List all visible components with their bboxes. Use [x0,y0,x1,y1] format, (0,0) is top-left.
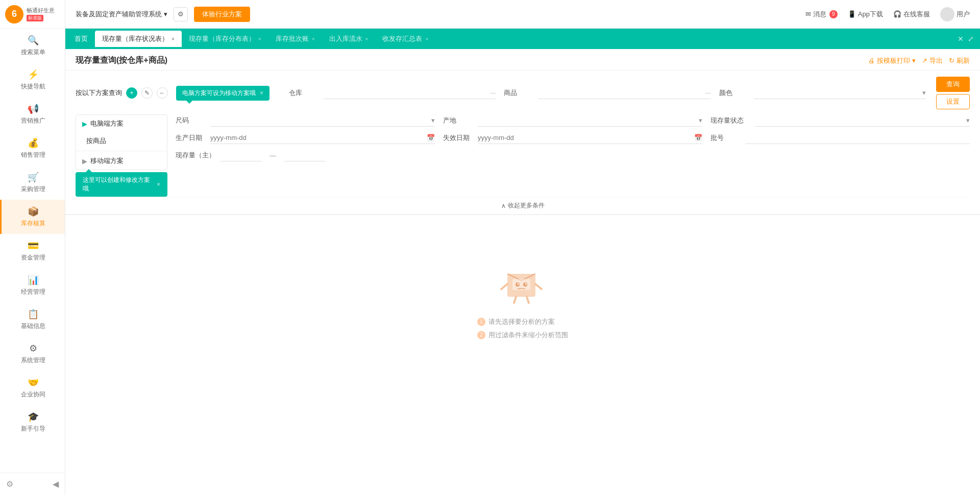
edit-scheme-button[interactable]: ✎ [141,87,153,99]
system-title-dropdown[interactable]: 装备及固定资产辅助管理系统 ▾ [76,10,167,19]
empty-hint-1: 1 请先选择要分析的方案 [477,315,568,328]
print-icon: 🖨 [868,57,875,64]
sidebar-item-guide[interactable]: 🎓 新手引导 [0,405,65,439]
sidebar-item-purchase[interactable]: 🛒 采购管理 [0,166,65,200]
origin-chevron-icon: ▾ [699,116,702,124]
export-button[interactable]: ↗ 导出 [922,56,943,65]
user-action[interactable]: 用户 [940,7,970,21]
tab-bar: 首页 现存量（库存状况表） × 现存量（库存分布表） × 库存批次账 × 出入库… [65,29,980,49]
collapse-sidebar-icon[interactable]: ◀ [53,479,59,489]
mobile-icon: 📱 [848,10,856,18]
refresh-icon: ↻ [949,57,954,64]
logo-icon: 6 [5,5,23,23]
page-header: 现存量查询(按仓库+商品) 🖨 按模板打印 ▾ ↗ 导出 ↻ 刷新 [65,49,980,70]
filter-stock-status-field: 现存量状态 ▾ [710,114,970,127]
reset-button[interactable]: 设置 [936,94,970,109]
app-download-action[interactable]: 📱 App下载 [848,10,883,19]
warehouse-select[interactable]: ··· [324,87,496,99]
card-icon: 💳 [28,240,39,251]
sidebar-item-inventory[interactable]: 📦 库存核算 [0,200,65,234]
prod-date-calendar-icon[interactable]: 📅 [427,134,435,142]
filter-batch-field: 批号 [710,132,970,144]
scheme-group-desktop[interactable]: ▶ 电脑端方案 [76,115,167,132]
tab-close-batch-account[interactable]: × [312,36,315,42]
top-header: 装备及固定资产辅助管理系统 ▾ ⚙ 体验行业方案 ✉ 消息 9 📱 App下载 … [65,0,980,29]
expand-arrow-icon: ▶ [82,120,87,128]
collapse-bar[interactable]: ∧ 收起更多条件 [76,197,970,214]
exp-date-wrapper[interactable]: 📅 [478,132,702,144]
message-action[interactable]: ✉ 消息 9 [805,10,838,19]
svg-point-4 [518,284,519,285]
sidebar-item-collab[interactable]: 🤝 企业协同 [0,371,65,405]
refresh-button[interactable]: ↻ 刷新 [949,56,970,65]
stock-main-to-input[interactable] [284,149,325,161]
warehouse-dots-icon[interactable]: ··· [491,89,496,97]
close-all-tabs-icon[interactable]: ✕ [958,35,964,43]
exp-date-input[interactable] [478,134,694,142]
chart-icon: 📊 [28,274,39,286]
prod-date-input[interactable] [210,134,427,142]
online-support-action[interactable]: 🎧 在线客服 [893,10,930,19]
main-content: 装备及固定资产辅助管理系统 ▾ ⚙ 体验行业方案 ✉ 消息 9 📱 App下载 … [65,0,980,495]
empty-state: 1 请先选择要分析的方案 2 用过滤条件来缩小分析范围 [65,215,980,383]
template-print-button[interactable]: 🖨 按模板打印 ▾ [868,56,916,65]
tooltip2-close-button[interactable]: × [157,181,160,188]
add-scheme-button[interactable]: + [126,87,137,99]
origin-select[interactable]: ▾ [478,114,702,127]
back-arrow-button[interactable]: ← [157,87,168,99]
header-right: ✉ 消息 9 📱 App下载 🎧 在线客服 用户 [805,7,970,21]
tab-receive-send[interactable]: 收发存汇总表 × [375,31,435,47]
sidebar-bottom: ⚙ ◀ [0,473,65,495]
sidebar-item-marketing[interactable]: 📢 营销推广 [0,97,65,131]
sidebar-item-sales[interactable]: 💰 销售管理 [0,131,65,166]
tab-inventory-status[interactable]: 现存量（库存状况表） × [95,31,182,47]
filter-warehouse-field: 仓库 ··· [289,87,496,99]
empty-hint-2: 2 用过滤条件来缩小分析范围 [477,328,568,342]
handshake-icon: 🤝 [28,377,39,388]
size-select[interactable]: ▾ [210,114,435,127]
tab-inventory-dist[interactable]: 现存量（库存分布表） × [182,31,268,47]
sidebar-item-finance[interactable]: 💳 资金管理 [0,234,65,268]
goods-select[interactable]: ··· [538,87,710,99]
stock-status-select[interactable]: ▾ [755,114,970,127]
logo-area: 6 畅通好生意 标准版 [0,0,65,29]
tab-close-inventory-dist[interactable]: × [258,36,261,42]
expand-icon[interactable]: ⤢ [968,35,974,43]
flash-icon: ⚡ [28,69,39,80]
search-button[interactable]: 查询 [936,77,970,92]
sidebar-item-operations[interactable]: 📊 经营管理 [0,268,65,302]
batch-input[interactable] [745,132,970,144]
scheme-group-mobile[interactable]: ▶ 移动端方案 [76,152,167,170]
tab-inout-flow[interactable]: 出入库流水 × [322,31,376,47]
exp-date-calendar-icon[interactable]: 📅 [694,134,702,142]
tab-close-inout-flow[interactable]: × [365,36,369,42]
sidebar-item-quick[interactable]: ⚡ 快捷导航 [0,63,65,97]
size-chevron-icon: ▾ [431,116,435,124]
empty-illustration [497,256,548,307]
trial-button[interactable]: 体验行业方案 [194,7,250,22]
gear-icon: ⚙ [29,343,37,354]
settings-bottom-icon[interactable]: ⚙ [6,479,13,489]
megaphone-icon: 📢 [28,103,39,114]
prod-date-wrapper[interactable]: 📅 [210,132,435,144]
tab-close-inventory-status[interactable]: × [172,36,175,42]
range-separator: — [270,152,276,159]
color-select[interactable]: ▾ [754,87,926,99]
sidebar-item-system[interactable]: ⚙ 系统管理 [0,337,65,371]
header-settings-button[interactable]: ⚙ [174,7,188,21]
tab-home[interactable]: 首页 [67,31,95,47]
sidebar-item-basic[interactable]: 📋 基础信息 [0,302,65,337]
scheme-item-by-goods[interactable]: 按商品 [76,132,167,150]
avatar [940,7,954,21]
sidebar-item-search[interactable]: 🔍 搜索菜单 [0,29,65,63]
goods-dots-icon[interactable]: ··· [705,89,711,97]
stock-status-chevron-icon: ▾ [966,116,970,124]
collapse-arrow-icon: ▶ [82,157,87,165]
tab-batch-account[interactable]: 库存批次账 × [268,31,322,47]
filter-fields-area: 尺码 ▾ 产地 ▾ [176,114,970,197]
header-left: 装备及固定资产辅助管理系统 ▾ ⚙ 体验行业方案 [76,7,250,22]
tooltip1-close-button[interactable]: × [260,89,263,97]
stock-main-from-input[interactable] [220,149,261,161]
page-actions: 🖨 按模板打印 ▾ ↗ 导出 ↻ 刷新 [868,56,970,65]
tab-close-receive-send[interactable]: × [425,36,428,42]
